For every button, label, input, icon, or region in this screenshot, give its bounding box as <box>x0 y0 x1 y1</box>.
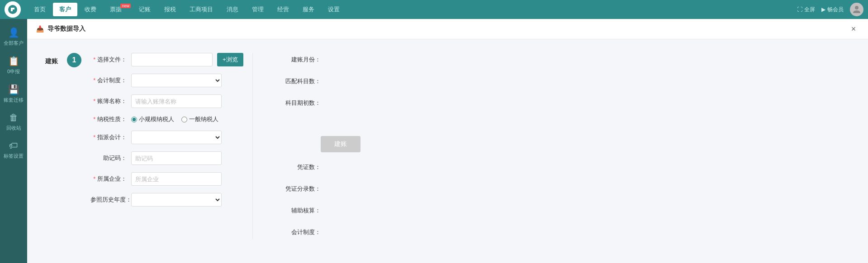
accounting-select[interactable] <box>131 74 222 87</box>
new-badge: new <box>120 4 131 8</box>
right-aux-label: 辅助核算： <box>280 207 321 215</box>
tax-label: 纳税性质： <box>90 115 127 123</box>
nav-customer[interactable]: 客户 <box>53 3 77 16</box>
company-input[interactable] <box>131 172 222 186</box>
tags-icon: 🏷 <box>9 141 18 151</box>
right-panel: 建账月份： 匹配科目数： 科目期初数： 建账 凭证数： 凭证分录数： <box>262 53 398 239</box>
tax-row: 纳税性质： 小规模纳税人 一般纳税人 <box>90 115 243 123</box>
ledger-row: 账簿名称： <box>90 94 243 108</box>
nav-fee[interactable]: 收费 <box>78 3 103 16</box>
fullscreen-icon: ⛶ <box>797 6 802 13</box>
sidebar-item-all-customers[interactable]: 👤 全部客户 <box>0 23 27 51</box>
history-row: 参照历史年度： <box>90 193 243 207</box>
recycle-icon: 🗑 <box>9 113 18 123</box>
tax-radio-small[interactable] <box>131 117 137 122</box>
form-grid: 选择文件： +浏览 会计制度： 账簿名称： <box>90 53 243 207</box>
right-match-row: 匹配科目数： <box>280 75 398 88</box>
file-input[interactable] <box>131 53 213 66</box>
create-btn-area: 建账 <box>280 127 398 152</box>
company-label: 所属企业： <box>90 175 127 183</box>
step-label: 建账 <box>45 55 58 66</box>
right-accounting-label: 会计制度： <box>280 228 321 236</box>
accountant-label: 指派会计： <box>90 133 127 141</box>
memo-label: 助记码： <box>90 154 127 162</box>
nav-tax[interactable]: 报税 <box>158 3 182 16</box>
create-account-button[interactable]: 建账 <box>321 136 360 152</box>
sidebar-item-declaration[interactable]: 📋 0申报 <box>0 51 27 80</box>
nav-bookkeeping[interactable]: 记账 <box>133 3 157 16</box>
sidebar-label-customers: 全部客户 <box>4 40 24 47</box>
tax-radio-general[interactable] <box>181 117 187 122</box>
right-match-label: 匹配科目数： <box>280 77 321 85</box>
company-row: 所属企业： <box>90 172 243 186</box>
sidebar-item-migration[interactable]: 💾 账套迁移 <box>0 80 27 108</box>
page-title: 导爷数据导入 <box>47 25 85 33</box>
nav-right: ⛶ 全屏 ▶ 畅会员 <box>797 3 863 16</box>
nav-settings[interactable]: 设置 <box>322 3 346 16</box>
avatar[interactable] <box>850 3 863 16</box>
accounting-row: 会计制度： <box>90 74 243 87</box>
history-label: 参照历史年度： <box>90 196 127 204</box>
fullscreen-label: 全屏 <box>804 6 815 14</box>
ledger-input[interactable] <box>131 94 222 108</box>
accounting-label: 会计制度： <box>90 76 127 85</box>
right-voucher-row: 凭证数： <box>280 160 398 174</box>
nav-items: 首页 客户 收费 票据 new 记账 报税 工商项目 消息 管理 经营 服务 设… <box>28 3 797 16</box>
sidebar-label-recycle: 回收站 <box>6 125 21 132</box>
import-icon: 📥 <box>36 25 44 33</box>
memo-input[interactable] <box>131 151 222 165</box>
right-accounting-row: 会计制度： <box>280 225 398 239</box>
nav-ticket[interactable]: 票据 new <box>104 3 132 16</box>
history-select[interactable] <box>131 193 222 207</box>
vip-label: 畅会员 <box>827 6 844 14</box>
tax-option-small[interactable]: 小规模纳税人 <box>131 115 174 123</box>
browse-button[interactable]: +浏览 <box>217 53 243 66</box>
file-row: 选择文件： +浏览 <box>90 53 243 66</box>
declaration-icon: 📋 <box>8 56 19 66</box>
nav-operation[interactable]: 经营 <box>271 3 295 16</box>
tax-option-general[interactable]: 一般纳税人 <box>181 115 218 123</box>
page-title-container: 📥 导爷数据导入 <box>36 25 85 33</box>
close-button[interactable]: × <box>848 23 859 34</box>
tax-radio-group: 小规模纳税人 一般纳税人 <box>131 115 218 123</box>
accountant-select[interactable] <box>131 131 222 144</box>
sidebar-label-tags: 标签设置 <box>4 153 24 160</box>
right-records-label: 凭证分录数： <box>280 185 321 193</box>
accountant-row: 指派会计： <box>90 131 243 144</box>
sidebar-label-declaration: 0申报 <box>7 68 20 75</box>
divider <box>252 53 253 239</box>
svg-point-1 <box>855 6 859 9</box>
form-container: 建账 1 选择文件： +浏览 会计制度： <box>27 39 868 253</box>
file-label: 选择文件： <box>90 56 127 64</box>
nav-message[interactable]: 消息 <box>220 3 245 16</box>
nav-business[interactable]: 工商项目 <box>183 3 219 16</box>
sidebar: 👤 全部客户 📋 0申报 💾 账套迁移 🗑 回收站 🏷 标签设置 <box>0 19 27 263</box>
main-content: 📥 导爷数据导入 × 建账 1 选择文件： +浏览 会计制度： <box>27 19 868 263</box>
nav-manage[interactable]: 管理 <box>246 3 270 16</box>
tax-general-label: 一般纳税人 <box>189 115 218 123</box>
page-header: 📥 导爷数据导入 × <box>27 19 868 39</box>
customers-icon: 👤 <box>8 27 19 38</box>
right-voucher-label: 凭证数： <box>280 163 321 171</box>
right-month-row: 建账月份： <box>280 53 398 66</box>
right-init-row: 科目期初数： <box>280 96 398 110</box>
tax-small-label: 小规模纳税人 <box>139 115 174 123</box>
fullscreen-button[interactable]: ⛶ 全屏 <box>797 6 815 14</box>
app-logo <box>5 1 21 18</box>
memo-row: 助记码： <box>90 151 243 165</box>
right-records-row: 凭证分录数： <box>280 182 398 196</box>
migration-icon: 💾 <box>8 84 19 95</box>
sidebar-label-migration: 账套迁移 <box>4 97 24 103</box>
right-month-label: 建账月份： <box>280 56 321 64</box>
vip-icon: ▶ <box>821 6 825 13</box>
step-circle: 1 <box>67 53 81 67</box>
sidebar-item-tags[interactable]: 🏷 标签设置 <box>0 136 27 164</box>
ledger-label: 账簿名称： <box>90 97 127 105</box>
right-aux-row: 辅助核算： <box>280 204 398 217</box>
nav-home[interactable]: 首页 <box>28 3 52 16</box>
right-init-label: 科目期初数： <box>280 99 321 107</box>
vip-button[interactable]: ▶ 畅会员 <box>821 6 844 14</box>
step-section: 建账 1 选择文件： +浏览 会计制度： <box>45 53 243 239</box>
sidebar-item-recycle[interactable]: 🗑 回收站 <box>0 108 27 136</box>
nav-service[interactable]: 服务 <box>296 3 321 16</box>
